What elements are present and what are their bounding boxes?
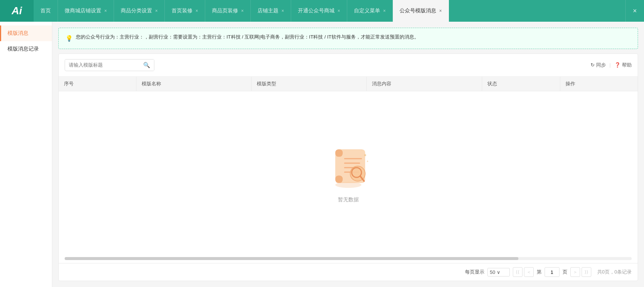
table-header: 序号模版名称模版类型消息内容状态操作	[59, 77, 638, 91]
nav-tab-close[interactable]: ×	[155, 8, 158, 13]
dropdown-icon: ∨	[497, 269, 500, 275]
sidebar: 模版消息模版消息记录	[0, 22, 52, 287]
page-nav: ⟨⟨ ＜ 第 页 ＞ ⟩⟩	[513, 267, 591, 277]
nav-tab-home-decoration[interactable]: 首页装修×	[165, 0, 205, 22]
sidebar-item-template-msg[interactable]: 模版消息	[0, 25, 52, 41]
help-icon: ❓	[614, 62, 620, 68]
nav-tabs-container: 首页微商城店铺设置×商品分类设置×首页装修×商品页装修×店铺主题×开通公众号商城…	[34, 0, 625, 22]
data-table: 序号模版名称模版类型消息内容状态操作	[59, 77, 638, 91]
content-area: 💡 您的公众号行业为：主营行业：，副营行业：需要设置为：主营行业：IT科技 / …	[52, 22, 644, 287]
nav-tab-shop-theme[interactable]: 店铺主题×	[251, 0, 291, 22]
col-seq: 序号	[59, 77, 136, 91]
total-records-text: 共0页，0条记录	[597, 269, 632, 275]
last-page-button[interactable]: ⟩⟩	[582, 267, 591, 277]
nav-tab-close[interactable]: ×	[338, 8, 340, 13]
prev-page-button[interactable]: ＜	[524, 267, 534, 277]
main-layout: 模版消息模版消息记录 💡 您的公众号行业为：主营行业：，副营行业：需要设置为：主…	[0, 22, 644, 287]
page-size-value: 50	[490, 269, 495, 275]
nav-tab-home[interactable]: 首页	[34, 0, 58, 22]
close-all-button[interactable]: ×	[625, 0, 644, 22]
nav-tab-label: 商品页装修	[212, 7, 238, 14]
logo-text: Ai	[12, 5, 22, 17]
sync-button[interactable]: ↻ 同步	[591, 62, 606, 68]
svg-text:✦: ✦	[363, 153, 367, 158]
svg-text:✦: ✦	[366, 160, 369, 163]
nav-tab-close[interactable]: ×	[104, 8, 107, 13]
nav-tab-label: 首页装修	[172, 7, 192, 14]
search-bar: 🔍 ↻ 同步 | ❓ 帮助	[59, 54, 638, 77]
search-button[interactable]: 🔍	[139, 59, 154, 71]
app-logo: Ai	[0, 0, 34, 22]
search-input-wrapper[interactable]: 🔍	[65, 59, 154, 71]
next-page-button[interactable]: ＞	[570, 267, 580, 277]
col-content: 消息内容	[367, 77, 482, 91]
sync-label: 同步	[596, 62, 606, 68]
sync-icon: ↻	[591, 62, 595, 68]
top-navigation: Ai 首页微商城店铺设置×商品分类设置×首页装修×商品页装修×店铺主题×开通公众…	[0, 0, 644, 22]
nav-tab-label: 店铺主题	[258, 7, 278, 14]
pagination-area: 每页显示 50 ∨ ⟨⟨ ＜ 第 页 ＞ ⟩⟩ 共0页，0条记录	[59, 263, 638, 281]
col-status: 状态	[482, 77, 560, 91]
action-divider: |	[610, 62, 611, 68]
table-section: 🔍 ↻ 同步 | ❓ 帮助	[58, 54, 638, 281]
nav-tab-label: 商品分类设置	[121, 7, 152, 14]
scrollbar-thumb[interactable]	[65, 257, 518, 260]
table-header-row: 序号模版名称模版类型消息内容状态操作	[59, 77, 638, 91]
help-label: 帮助	[622, 62, 632, 68]
nav-tab-custom-menu[interactable]: 自定义菜单×	[347, 0, 393, 22]
nav-tab-close[interactable]: ×	[383, 8, 386, 13]
svg-text:·: ·	[361, 149, 362, 152]
first-page-button[interactable]: ⟨⟨	[513, 267, 523, 277]
col-name: 模版名称	[136, 77, 251, 91]
page-size-label: 每页显示	[465, 269, 484, 275]
empty-illustration: ✦ ✦ ·	[326, 142, 371, 190]
nav-tab-close[interactable]: ×	[195, 8, 198, 13]
horizontal-scrollbar-area[interactable]	[59, 254, 638, 263]
sidebar-item-template-msg-records[interactable]: 模版消息记录	[0, 41, 52, 57]
search-input[interactable]	[65, 60, 139, 70]
page-size-select[interactable]: 50 ∨	[487, 268, 510, 277]
empty-state: ✦ ✦ · 暂无数据	[59, 91, 638, 254]
nav-tab-category-settings[interactable]: 商品分类设置×	[114, 0, 165, 22]
nav-tab-close[interactable]: ×	[241, 8, 244, 13]
search-actions: ↻ 同步 | ❓ 帮助	[591, 62, 632, 68]
page-number-input[interactable]	[545, 267, 560, 277]
help-button[interactable]: ❓ 帮助	[614, 62, 632, 68]
alert-message: 您的公众号行业为：主营行业：，副营行业：需要设置为：主营行业：IT科技 / 互联…	[76, 33, 419, 41]
horizontal-scrollbar[interactable]	[65, 257, 632, 260]
col-action: 操作	[560, 77, 638, 91]
alert-icon: 💡	[65, 34, 73, 43]
empty-text: 暂无数据	[338, 196, 359, 203]
page-unit: 页	[563, 269, 567, 275]
alert-banner: 💡 您的公众号行业为：主营行业：，副营行业：需要设置为：主营行业：IT科技 / …	[58, 28, 638, 49]
nav-tab-product-decoration[interactable]: 商品页装修×	[205, 0, 251, 22]
col-type: 模版类型	[252, 77, 367, 91]
nav-tab-label: 首页	[40, 7, 51, 14]
nav-tab-label: 开通公众号商城	[298, 7, 335, 14]
page-word: 第	[537, 269, 542, 275]
nav-tab-template-msg[interactable]: 公众号模版消息×	[393, 0, 449, 22]
nav-tab-shop-settings[interactable]: 微商城店铺设置×	[58, 0, 114, 22]
nav-tab-label: 微商城店铺设置	[65, 7, 101, 14]
nav-tab-label: 自定义菜单	[354, 7, 380, 14]
nav-tab-label: 公众号模版消息	[400, 7, 436, 14]
nav-tab-close[interactable]: ×	[281, 8, 284, 13]
nav-tab-open-mall[interactable]: 开通公众号商城×	[291, 0, 347, 22]
nav-tab-close[interactable]: ×	[439, 8, 442, 13]
